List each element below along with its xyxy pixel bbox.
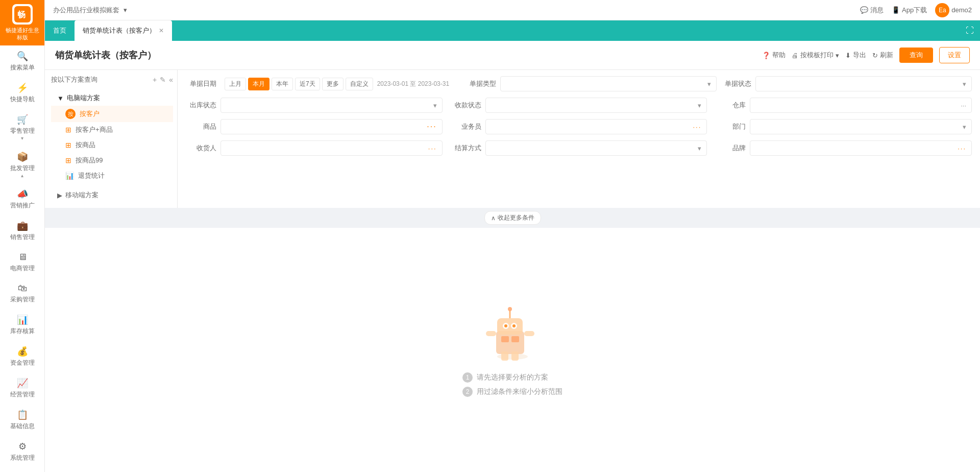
brand-select[interactable]: ··· bbox=[750, 140, 972, 156]
product-dots: ··· bbox=[427, 122, 436, 131]
logo[interactable]: 畅 畅捷通好生意 标版 bbox=[0, 0, 44, 45]
settings-button[interactable]: 设置 bbox=[939, 47, 970, 63]
sidebar-item-system[interactable]: ⚙ 系统管理 bbox=[0, 436, 44, 467]
svg-rect-14 bbox=[524, 331, 534, 336]
filter-row-date: 单据日期 上月 本月 本年 近7天 更多 自定义 2023-03-01 至 20… bbox=[186, 76, 972, 91]
scheme-item-label: 按客户 bbox=[80, 109, 100, 119]
delivery-label: 出库状态 bbox=[186, 101, 216, 110]
message-button[interactable]: 💬 消息 bbox=[860, 6, 884, 15]
empty-hints: 1 请先选择要分析的方案 2 用过滤条件来缩小分析范围 bbox=[462, 372, 562, 397]
sidebar-item-finance[interactable]: 💰 资金管理 bbox=[0, 341, 44, 372]
warehouse-select[interactable]: ··· bbox=[750, 98, 972, 113]
filter-salesperson: 业务员 ··· bbox=[451, 119, 707, 134]
scheme-group-pc-header[interactable]: ▼ 电脑端方案 bbox=[51, 90, 173, 106]
settlement-label: 结算方式 bbox=[451, 144, 481, 153]
this-year-button[interactable]: 本年 bbox=[272, 78, 293, 90]
scheme-item-return-stats[interactable]: 📊 退货统计 bbox=[51, 168, 173, 183]
last-month-button[interactable]: 上月 bbox=[225, 78, 246, 90]
sidebar-item-marketing[interactable]: 📣 营销推广 bbox=[0, 183, 44, 215]
filter-order-type: 单据类型 ▾ bbox=[470, 76, 717, 91]
dropdown-arrow-icon: ▾ bbox=[707, 80, 711, 88]
settlement-select[interactable]: ▾ bbox=[485, 140, 707, 156]
sidebar-item-operations[interactable]: 📈 经营管理 bbox=[0, 372, 44, 404]
tab-report[interactable]: 销货单统计表（按客户） ✕ bbox=[75, 20, 172, 41]
product-label: 商品 bbox=[186, 122, 216, 131]
customer-icon: 按 bbox=[65, 109, 76, 119]
warehouse-dots: ··· bbox=[961, 102, 966, 109]
scheme-item-label: 按商品99 bbox=[76, 156, 103, 165]
sidebar-item-sales[interactable]: 💼 销售管理 bbox=[0, 215, 44, 247]
refresh-button[interactable]: ↻ 刷新 bbox=[872, 51, 893, 60]
export-button[interactable]: ⬇ 导出 bbox=[845, 51, 866, 60]
filter-row-receiver: 收货人 ··· 结算方式 ▾ 品牌 bbox=[186, 140, 972, 156]
warehouse-label: 仓库 bbox=[715, 101, 746, 110]
more-button[interactable]: 更多 bbox=[322, 78, 344, 90]
company-dropdown[interactable]: ▾ bbox=[124, 6, 127, 14]
sidebar-item-ecommerce[interactable]: 🖥 电商管理 bbox=[0, 247, 44, 278]
scheme-item-by-product99[interactable]: ⊞ 按商品99 bbox=[51, 153, 173, 168]
svg-point-12 bbox=[508, 307, 512, 311]
sales-icon: 💼 bbox=[17, 220, 28, 231]
sidebar-item-label: 零售管理 bbox=[10, 127, 35, 135]
report-tab-label: 销货单统计表（按客户） bbox=[83, 26, 156, 35]
last7-button[interactable]: 近7天 bbox=[295, 78, 320, 90]
page-title: 销货单统计表（按客户） bbox=[55, 49, 156, 61]
sidebar-item-wholesale[interactable]: 📦 批发管理 ▴ bbox=[0, 146, 44, 183]
sidebar-item-label: 基础信息 bbox=[10, 422, 35, 431]
sidebar-item-label: 采购管理 bbox=[10, 295, 35, 304]
empty-state: 1 请先选择要分析的方案 2 用过滤条件来缩小分析范围 bbox=[462, 303, 562, 397]
collapse-scheme-button[interactable]: « bbox=[169, 76, 173, 84]
help-icon: ❓ bbox=[762, 52, 770, 59]
sidebar-item-purchase[interactable]: 🛍 采购管理 bbox=[0, 278, 44, 309]
department-select[interactable]: ▾ bbox=[750, 119, 972, 134]
print-button[interactable]: 🖨 按模板打印 ▾ bbox=[792, 51, 839, 60]
svg-rect-15 bbox=[501, 351, 508, 361]
sidebar-item-enterprise[interactable]: 🤝 企业协同 bbox=[0, 467, 44, 472]
download-icon: 📱 bbox=[892, 6, 900, 14]
filter-settlement: 结算方式 ▾ bbox=[451, 140, 707, 156]
scheme-item-by-customer[interactable]: 按 按客户 bbox=[51, 106, 173, 122]
main-wrapper: 办公用品行业模拟账套 ▾ 💬 消息 📱 App下载 Ea demo2 首页 bbox=[45, 0, 980, 472]
tab-expand-button[interactable]: ⛶ bbox=[960, 26, 980, 35]
user-menu[interactable]: Ea demo2 bbox=[935, 3, 972, 17]
edit-scheme-button[interactable]: ✎ bbox=[160, 76, 166, 84]
department-arrow-icon: ▾ bbox=[963, 123, 966, 131]
svg-rect-13 bbox=[486, 331, 496, 336]
help-button[interactable]: ❓ 帮助 bbox=[762, 51, 786, 60]
query-button[interactable]: 查询 bbox=[899, 48, 933, 63]
sidebar-item-basic[interactable]: 📋 基础信息 bbox=[0, 404, 44, 436]
empty-illustration bbox=[482, 303, 543, 364]
scheme-group-mobile[interactable]: ▶ 移动端方案 bbox=[51, 187, 173, 203]
topbar-right: 💬 消息 📱 App下载 Ea demo2 bbox=[860, 3, 972, 17]
product-select[interactable]: ··· bbox=[220, 119, 443, 134]
scheme-item-by-customer-product[interactable]: ⊞ 按客户+商品 bbox=[51, 122, 173, 137]
page-content: 销货单统计表（按客户） ❓ 帮助 🖨 按模板打印 ▾ ⬇ 导出 ↻ 刷新 bbox=[45, 41, 980, 472]
this-month-button[interactable]: 本月 bbox=[248, 78, 270, 90]
sidebar-item-label: 经营管理 bbox=[10, 390, 35, 399]
collapse-button[interactable]: ∧ 收起更多条件 bbox=[484, 211, 541, 225]
sidebar-item-inventory[interactable]: 📊 库存核算 bbox=[0, 309, 44, 341]
filter-product: 商品 ··· bbox=[186, 119, 443, 134]
custom-button[interactable]: 自定义 bbox=[346, 78, 373, 90]
sidebar-item-retail[interactable]: 🛒 零售管理 ▾ bbox=[0, 109, 44, 146]
svg-rect-5 bbox=[511, 336, 519, 342]
svg-rect-16 bbox=[511, 351, 519, 361]
payment-select[interactable]: ▾ bbox=[485, 98, 707, 113]
chevron-down-icon: ▾ bbox=[124, 6, 127, 14]
receiver-select[interactable]: ··· bbox=[220, 140, 443, 156]
delivery-select[interactable]: ▾ bbox=[220, 98, 443, 113]
grid2-icon: ⊞ bbox=[65, 141, 71, 149]
sidebar-item-search[interactable]: 🔍 搜索菜单 bbox=[0, 45, 44, 77]
order-status-select[interactable]: ▾ bbox=[755, 76, 972, 91]
sidebar-item-quicknav[interactable]: ⚡ 快捷导航 bbox=[0, 77, 44, 109]
wholesale-icon: 📦 bbox=[17, 151, 28, 162]
salesperson-select[interactable]: ··· bbox=[485, 119, 707, 134]
page-actions: ❓ 帮助 🖨 按模板打印 ▾ ⬇ 导出 ↻ 刷新 查询 设置 bbox=[762, 47, 970, 63]
tab-home[interactable]: 首页 bbox=[45, 20, 75, 41]
add-scheme-button[interactable]: + bbox=[153, 76, 157, 84]
tab-close-icon[interactable]: ✕ bbox=[159, 27, 164, 34]
sidebar-item-label: 搜索菜单 bbox=[10, 63, 35, 72]
download-button[interactable]: 📱 App下载 bbox=[892, 6, 927, 15]
scheme-item-by-product[interactable]: ⊞ 按商品 bbox=[51, 137, 173, 153]
order-type-select[interactable]: ▾ bbox=[500, 76, 717, 91]
